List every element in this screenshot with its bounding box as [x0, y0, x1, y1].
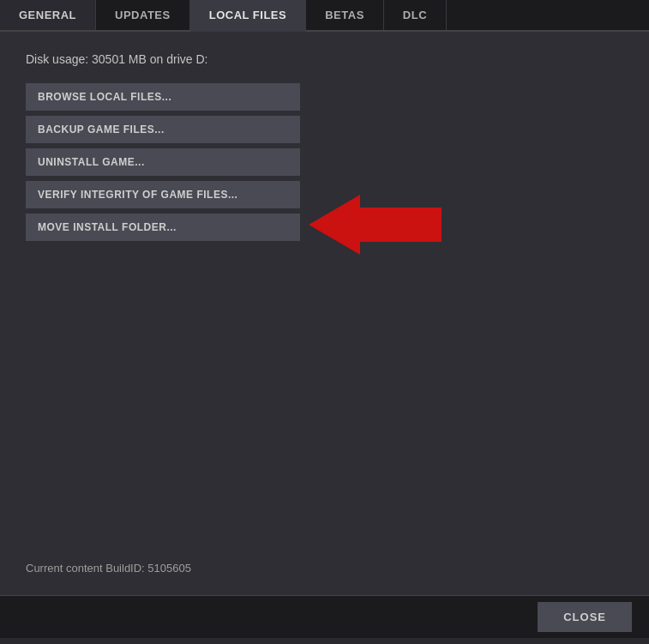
disk-usage-label: Disk usage: 30501 MB on drive D:	[26, 52, 623, 66]
tab-local-files[interactable]: LOCAL FILES	[190, 0, 306, 32]
tab-betas[interactable]: BETAS	[306, 0, 384, 30]
svg-marker-1	[309, 195, 442, 255]
tabs-bar: GENERAL UPDATES LOCAL FILES BETAS DLC	[0, 0, 649, 32]
build-id-label: Current content BuildID: 5105605	[26, 562, 191, 575]
action-buttons-list: BROWSE LOCAL FILES... BACKUP GAME FILES.…	[26, 83, 300, 241]
tab-updates[interactable]: UPDATES	[96, 0, 190, 30]
content-area: Disk usage: 30501 MB on drive D: BROWSE …	[0, 32, 649, 595]
verify-integrity-button[interactable]: VERIFY INTEGRITY OF GAME FILES...	[26, 181, 300, 208]
browse-local-files-button[interactable]: BROWSE LOCAL FILES...	[26, 83, 300, 111]
arrow-annotation	[309, 195, 446, 267]
footer-bar: CLOSE	[0, 595, 649, 638]
tab-general[interactable]: GENERAL	[0, 0, 96, 30]
tab-dlc[interactable]: DLC	[384, 0, 447, 30]
close-button[interactable]: CLOSE	[538, 602, 632, 632]
move-install-folder-button[interactable]: MOVE INSTALL FOLDER...	[26, 214, 300, 241]
uninstall-game-button[interactable]: UNINSTALL GAME...	[26, 148, 300, 176]
backup-game-files-button[interactable]: BACKUP GAME FILES...	[26, 116, 300, 143]
